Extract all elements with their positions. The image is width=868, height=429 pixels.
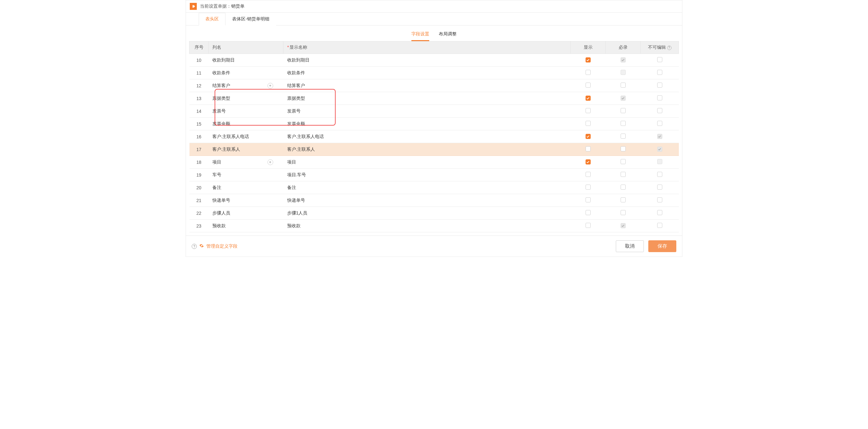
checkbox[interactable]	[586, 96, 591, 101]
show-cell	[570, 194, 606, 207]
checkbox[interactable]	[586, 83, 591, 88]
checkbox[interactable]	[657, 223, 662, 228]
checkbox[interactable]	[621, 184, 626, 190]
checkbox[interactable]	[586, 223, 591, 228]
req-cell	[606, 207, 641, 220]
colname-text: 步骤人员	[212, 210, 230, 216]
show-cell	[570, 92, 606, 105]
dispname-cell[interactable]: 收款条件	[283, 67, 570, 79]
noedit-cell	[641, 131, 679, 143]
colname-text: 发票金额	[212, 121, 230, 127]
checkbox[interactable]	[657, 184, 662, 190]
show-cell	[570, 67, 606, 79]
colname-cell: 客户.主联系人	[209, 143, 283, 156]
col-show-header: 显示	[570, 41, 606, 54]
table-row: 23预收款预收款	[189, 220, 679, 232]
checkbox[interactable]	[586, 134, 591, 139]
manage-custom-fields-link[interactable]: 管理自定义字段	[206, 244, 238, 249]
dispname-cell[interactable]: 发票金额	[283, 118, 570, 131]
checkbox[interactable]	[657, 57, 662, 62]
colname-cell: 收款到期日	[209, 54, 283, 67]
req-cell	[606, 143, 641, 156]
checkbox[interactable]	[621, 121, 626, 126]
sub-tab-1[interactable]: 布局调整	[439, 31, 457, 41]
footer-bar: ? 管理自定义字段 取消 保存	[186, 235, 682, 257]
checkbox[interactable]	[621, 172, 626, 177]
seq-cell: 13	[189, 92, 209, 105]
dispname-cell[interactable]: 客户.主联系人	[283, 143, 570, 156]
show-cell	[570, 131, 606, 143]
seq-cell: 17	[189, 143, 209, 156]
dispname-cell[interactable]: 预收款	[283, 220, 570, 232]
question-icon[interactable]: ?	[192, 244, 197, 249]
checkbox[interactable]	[621, 83, 626, 88]
checkbox[interactable]	[586, 57, 591, 62]
help-icon[interactable]: ?	[667, 46, 672, 50]
checkbox[interactable]	[586, 146, 591, 151]
show-cell	[570, 169, 606, 181]
colname-cell: 结算客户+	[209, 79, 283, 92]
checkbox[interactable]	[657, 172, 662, 177]
header-label: 当前设置单据：	[200, 3, 231, 9]
dispname-cell[interactable]: 发票号	[283, 105, 570, 118]
seq-cell: 22	[189, 207, 209, 220]
checkbox[interactable]	[586, 184, 591, 190]
checkbox[interactable]	[621, 210, 626, 215]
dispname-cell[interactable]: 收款到期日	[283, 54, 570, 67]
expand-chevron-button[interactable]	[190, 3, 197, 10]
gear-icon	[199, 244, 204, 249]
dispname-cell[interactable]: 快递单号	[283, 194, 570, 207]
noedit-cell	[641, 105, 679, 118]
checkbox[interactable]	[586, 172, 591, 177]
checkbox[interactable]	[621, 197, 626, 202]
colname-cell: 票据类型	[209, 92, 283, 105]
checkbox	[657, 159, 662, 164]
area-tabs: 表头区表体区-销货单明细	[186, 12, 682, 26]
checkbox[interactable]	[621, 108, 626, 113]
seq-cell: 15	[189, 118, 209, 131]
save-button[interactable]: 保存	[648, 240, 676, 252]
dispname-cell[interactable]: 项目.车号	[283, 169, 570, 181]
req-cell	[606, 220, 641, 232]
dispname-cell[interactable]: 结算客户	[283, 79, 570, 92]
col-dispname-header: *显示名称	[283, 41, 570, 54]
plus-icon[interactable]: +	[268, 83, 273, 89]
checkbox[interactable]	[657, 108, 662, 113]
noedit-cell	[641, 67, 679, 79]
checkbox[interactable]	[657, 121, 662, 126]
sub-tab-0[interactable]: 字段设置	[411, 31, 429, 41]
checkbox[interactable]	[586, 160, 591, 165]
checkbox[interactable]	[657, 83, 662, 88]
seq-cell: 12	[189, 79, 209, 92]
dispname-cell[interactable]: 步骤1人员	[283, 207, 570, 220]
checkbox[interactable]	[586, 121, 591, 126]
checkbox[interactable]	[586, 210, 591, 215]
dispname-cell[interactable]: 项目	[283, 156, 570, 169]
colname-text: 项目	[212, 160, 221, 165]
checkbox[interactable]	[586, 108, 591, 113]
dispname-cell[interactable]: 票据类型	[283, 92, 570, 105]
table-row: 22步骤人员步骤1人员	[189, 207, 679, 220]
table-row: 13票据类型票据类型	[189, 92, 679, 105]
area-tab-0[interactable]: 表头区	[199, 13, 225, 26]
cancel-button[interactable]: 取消	[616, 240, 644, 252]
table-header-row: 序号 列名 *显示名称 显示 必录 不可编辑?	[189, 41, 679, 54]
checkbox[interactable]	[657, 95, 662, 101]
checkbox[interactable]	[586, 197, 591, 202]
plus-icon[interactable]: +	[268, 160, 273, 165]
table-body: 10收款到期日收款到期日11收款条件收款条件12结算客户+结算客户13票据类型票…	[189, 54, 679, 232]
checkbox[interactable]	[657, 210, 662, 215]
dispname-cell[interactable]: 客户.主联系人电话	[283, 131, 570, 143]
checkbox[interactable]	[657, 197, 662, 202]
checkbox[interactable]	[621, 159, 626, 164]
noedit-cell	[641, 169, 679, 181]
checkbox[interactable]	[621, 146, 626, 151]
colname-cell: 客户.主联系人电话	[209, 131, 283, 143]
checkbox[interactable]	[586, 70, 591, 75]
table-row: 16客户.主联系人电话客户.主联系人电话	[189, 131, 679, 143]
checkbox[interactable]	[621, 134, 626, 139]
area-tab-1[interactable]: 表体区-销货单明细	[225, 13, 276, 26]
show-cell	[570, 118, 606, 131]
checkbox[interactable]	[657, 70, 662, 75]
dispname-cell[interactable]: 备注	[283, 181, 570, 194]
